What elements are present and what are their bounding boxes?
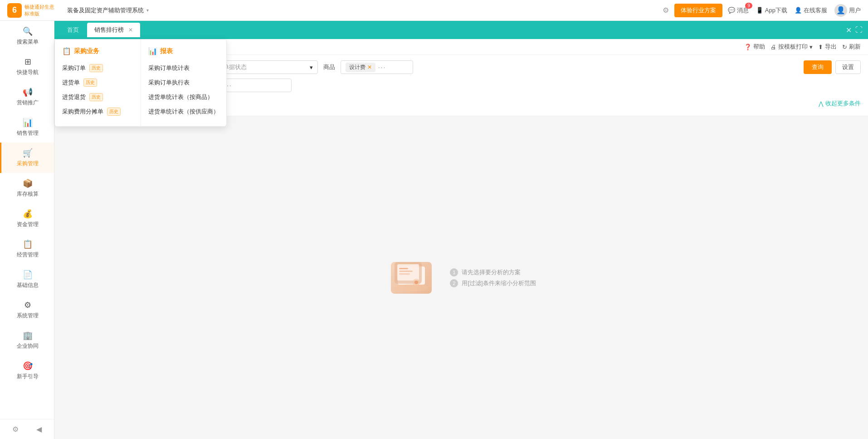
dropdown-item-expense[interactable]: 采购费用分摊单 历史 (62, 104, 133, 119)
history-badge-4: 历史 (107, 108, 121, 116)
dropdown-item-order-stats[interactable]: 采购订单统计表 (148, 61, 219, 75)
dropdown-col-purchase-title: 📋 采购业务 (62, 47, 133, 55)
cart-icon: 🛒 (23, 148, 33, 158)
report-col-icon: 📊 (148, 47, 157, 55)
svg-point-7 (414, 281, 418, 284)
dropdown-col-report-title: 📊 报表 (148, 47, 219, 55)
svg-rect-5 (399, 273, 410, 275)
logo-text: 畅捷通好生意 标准版 (24, 4, 54, 17)
dropdown-item-purchase-order[interactable]: 采购订单 历史 (62, 61, 133, 75)
service-icon: 👤 (795, 7, 802, 14)
tab-close-icon[interactable]: ✕ (128, 27, 133, 33)
sidebar-item-marketing[interactable]: 📢 营销推广 (0, 82, 54, 112)
setting-btn[interactable]: 设置 (835, 60, 861, 74)
empty-text-item-2: 2 用[过滤]条件来缩小分析范围 (450, 279, 536, 287)
tab-bar: 首页 销售排行榜 ✕ ✕ ⛶ (54, 21, 868, 39)
purchase-col-icon: 📋 (62, 47, 71, 55)
svg-rect-2 (397, 264, 419, 281)
tab-close-all-icon[interactable]: ✕ (846, 26, 852, 35)
print-icon: 🖨 (770, 44, 776, 50)
dropdown-item-return[interactable]: 进货退货 历史 (62, 90, 133, 104)
purchase-dropdown-menu: 📋 采购业务 采购订单 历史 进货单 历史 进货退货 历史 采购费用分摊单 历史… (54, 39, 227, 127)
settings-gear-icon[interactable]: ⚙ (663, 6, 669, 15)
topbar-right: 💬 消息 9 📱 App下载 👤 在线客服 👤 用户 (728, 4, 861, 17)
sidebar-item-sales[interactable]: 📊 销售管理 (0, 112, 54, 143)
help-icon: ❓ (744, 44, 751, 50)
dropdown-col-report: 📊 报表 采购订单统计表 采购订单执行表 进货单统计表（按商品） 进货单统计表（… (141, 39, 227, 126)
topbar: 6 畅捷通好生意 标准版 装备及固定资产辅助管理系统 ▾ ⚙ 体验行业方案 💬 … (0, 0, 868, 21)
print-dropdown-arrow[interactable]: ▾ (809, 44, 813, 50)
app-download-btn[interactable]: 📱 App下载 (756, 6, 787, 15)
logo-icon: 6 (7, 3, 22, 18)
empty-icon (386, 255, 441, 301)
doc-icon: 📄 (23, 270, 33, 280)
tab-sales-ranking[interactable]: 销售排行榜 ✕ (87, 23, 140, 37)
dropdown-item-receipt[interactable]: 进货单 历史 (62, 75, 133, 90)
guide-icon: 🎯 (23, 361, 33, 371)
step-2-num: 2 (450, 279, 458, 287)
sidebar-item-basic-info[interactable]: 📄 基础信息 (0, 264, 54, 295)
collapse-btn[interactable]: ⋀ 收起更多条件 (819, 99, 861, 108)
grid-icon: ⊞ (24, 57, 31, 67)
sidebar-item-finance[interactable]: 💰 资金管理 (0, 203, 54, 234)
tab-home[interactable]: 首页 (60, 23, 86, 37)
svg-point-0 (394, 284, 429, 291)
empty-text-item-1: 1 请先选择要分析的方案 (450, 268, 536, 276)
goods-label: 商品 (323, 63, 335, 71)
online-service-btn[interactable]: 👤 在线客服 (795, 6, 827, 15)
sidebar-item-quick-nav[interactable]: ⊞ 快捷导航 (0, 51, 54, 82)
refresh-btn[interactable]: ↻ 刷新 (842, 43, 861, 51)
phone-icon: 📱 (756, 7, 763, 14)
chart-icon: 📊 (23, 118, 33, 128)
sidebar-settings-icon[interactable]: ⚙ (12, 425, 19, 434)
dropdown-item-receipt-stats-goods[interactable]: 进货单统计表（按商品） (148, 90, 219, 104)
system-dropdown-arrow[interactable]: ▾ (146, 8, 149, 13)
goods-ellipsis[interactable]: ··· (378, 64, 386, 71)
search-icon: 🔍 (23, 26, 33, 36)
message-badge: 9 (745, 3, 752, 9)
tab-bar-right: ✕ ⛶ (846, 26, 863, 35)
sidebar-item-operations[interactable]: 📋 经营管理 (0, 234, 54, 264)
megaphone-icon: 📢 (23, 87, 33, 97)
logo: 6 畅捷通好生意 标准版 (7, 3, 62, 18)
dropdown-item-order-exec[interactable]: 采购订单执行表 (148, 75, 219, 90)
query-btn[interactable]: 查询 (804, 60, 832, 74)
print-btn[interactable]: 🖨 按模板打印 ▾ (770, 43, 813, 51)
system-name: 装备及固定资产辅助管理系统 ▾ (67, 6, 657, 15)
main-content: 1 请先选择要分析的方案 2 用[过滤]条件来缩小分析范围 (54, 116, 868, 439)
sidebar-item-purchase[interactable]: 🛒 采购管理 (0, 143, 54, 173)
gear-icon: ⚙ (24, 300, 31, 310)
user-btn[interactable]: 👤 用户 (834, 4, 861, 17)
goods-tag: 设计费 ✕ (346, 63, 375, 72)
step-1-num: 1 (450, 268, 458, 276)
history-badge-2: 历史 (83, 79, 97, 87)
avatar: 👤 (834, 4, 847, 17)
sidebar-item-guide[interactable]: 🎯 新手引导 (0, 355, 54, 386)
goods-tag-close-icon[interactable]: ✕ (367, 64, 372, 70)
collapse-area: ⋀ 收起更多条件 (819, 99, 861, 108)
sidebar-item-inventory[interactable]: 📦 库存核算 (0, 173, 54, 203)
messages-btn[interactable]: 💬 消息 9 (728, 6, 749, 15)
dropdown-col-purchase: 📋 采购业务 采购订单 历史 进货单 历史 进货退货 历史 采购费用分摊单 历史 (55, 39, 141, 126)
empty-svg (386, 255, 432, 296)
money-icon: 💰 (23, 209, 33, 219)
sidebar-item-enterprise[interactable]: 🏢 企业协同 (0, 325, 54, 355)
doc-status-select[interactable]: 单据状态 ▾ (218, 60, 318, 74)
collapse-up-icon: ⋀ (819, 100, 824, 107)
dropdown-item-receipt-stats-supplier[interactable]: 进货单统计表（按供应商） (148, 104, 219, 119)
goods-input[interactable]: 设计费 ✕ ··· (341, 60, 413, 74)
sidebar-item-system[interactable]: ⚙ 系统管理 (0, 295, 54, 325)
empty-state: 1 请先选择要分析的方案 2 用[过滤]条件来缩小分析范围 (386, 255, 536, 301)
trial-btn[interactable]: 体验行业方案 (674, 4, 722, 17)
help-btn[interactable]: ❓ 帮助 (744, 43, 765, 51)
sidebar-item-search[interactable]: 🔍 搜索菜单 (0, 21, 54, 51)
box-icon: 📦 (23, 178, 33, 188)
sidebar-collapse-icon[interactable]: ◀ (36, 425, 42, 434)
export-btn[interactable]: ⬆ 导出 (818, 43, 837, 51)
doc-status-dropdown-arrow: ▾ (310, 64, 313, 71)
building-icon: 🏢 (23, 330, 33, 340)
salesperson-input[interactable]: ··· (219, 79, 292, 92)
refresh-icon: ↻ (842, 44, 847, 50)
report-icon: 📋 (23, 239, 33, 249)
tab-maximize-icon[interactable]: ⛶ (855, 26, 863, 34)
